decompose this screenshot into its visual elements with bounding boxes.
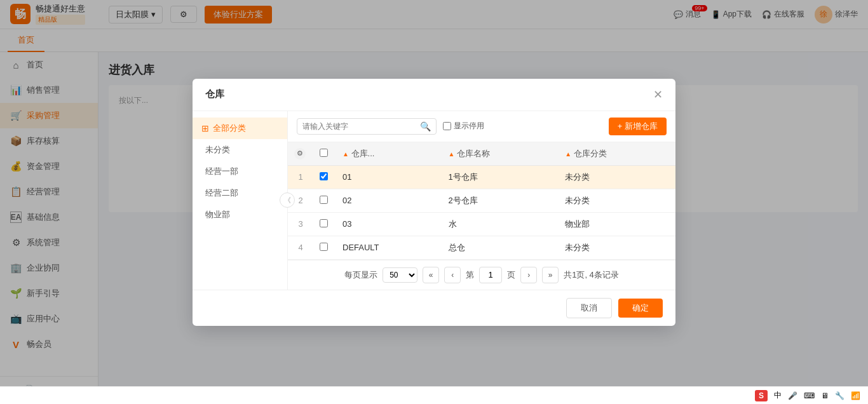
sort-icon: ▲ [449, 151, 455, 158]
last-page-button[interactable]: » [542, 267, 559, 283]
row-code: 02 [336, 189, 442, 212]
show-disabled-text: 显示停用 [454, 121, 484, 131]
keyboard-icon[interactable]: ⌨ [804, 391, 815, 400]
signal-icon[interactable]: 📶 [851, 391, 860, 400]
total-info: 共1页, 4条记录 [564, 269, 619, 281]
row-checkbox[interactable] [320, 172, 328, 180]
first-page-button[interactable]: « [423, 267, 439, 283]
col-name: ▲ 仓库名称 [442, 142, 559, 166]
category-all-label: 全部分类 [213, 123, 246, 134]
table-row[interactable]: 3 03 水 物业部 [288, 212, 675, 236]
category-item-dept2[interactable]: 经营二部 [193, 182, 287, 204]
col-category: ▲ 仓库分类 [559, 142, 675, 166]
table-toolbar: 🔍 显示停用 + 新增仓库 [288, 111, 675, 142]
row-checkbox[interactable] [320, 219, 328, 227]
modal-header: 仓库 ✕ [193, 79, 675, 111]
category-all[interactable]: ⊞ 全部分类 [193, 118, 287, 139]
category-item-dept1[interactable]: 经营一部 [193, 161, 287, 182]
category-item-unclassified[interactable]: 未分类 [193, 139, 287, 161]
cancel-button[interactable]: 取消 [566, 298, 612, 318]
modal-close-button[interactable]: ✕ [653, 88, 663, 102]
new-warehouse-button[interactable]: + 新增仓库 [609, 118, 667, 135]
grid-icon: ⊞ [201, 123, 209, 133]
show-disabled-checkbox[interactable] [443, 122, 451, 130]
row-category: 未分类 [559, 189, 675, 212]
confirm-button[interactable]: 确定 [618, 299, 663, 318]
row-category: 物业部 [559, 212, 675, 236]
status-logo: S [755, 390, 768, 401]
row-checkbox-cell [313, 189, 336, 212]
per-page-select[interactable]: 50 10 20 100 [383, 267, 417, 283]
modal-body: ⊞ 全部分类 未分类 经营一部 经营二部 物业部 《 🔍 [193, 111, 675, 290]
row-num: 1 [288, 165, 313, 189]
category-panel: ⊞ 全部分类 未分类 经营一部 经营二部 物业部 《 [193, 111, 288, 290]
row-checkbox[interactable] [320, 243, 328, 251]
row-name: 水 [442, 212, 559, 236]
page-suffix: 页 [507, 269, 515, 281]
row-code: DEFAULT [336, 236, 442, 259]
page-number-input[interactable] [479, 267, 502, 283]
next-page-button[interactable]: › [520, 267, 537, 283]
modal-title: 仓库 [205, 88, 224, 100]
warehouse-table: ⚙ ▲ 仓库... ▲ [288, 142, 675, 260]
category-item-property[interactable]: 物业部 [193, 204, 287, 226]
row-code: 03 [336, 212, 442, 236]
gear-icon[interactable]: ⚙ [294, 148, 306, 159]
row-name: 总仓 [442, 236, 559, 259]
row-name: 1号仓库 [442, 165, 559, 189]
row-category: 未分类 [559, 236, 675, 259]
row-name: 2号仓库 [442, 189, 559, 212]
chinese-input-label[interactable]: 中 [774, 390, 782, 401]
table-row[interactable]: 2 02 2号仓库 未分类 [288, 189, 675, 212]
collapse-panel-button[interactable]: 《 [280, 192, 295, 208]
per-page-label: 每页显示 [344, 269, 377, 281]
col-gear: ⚙ [288, 142, 313, 166]
table-row[interactable]: 1 01 1号仓库 未分类 [288, 165, 675, 189]
sort-icon: ▲ [565, 151, 571, 158]
modal-footer: 取消 确定 [193, 290, 675, 326]
show-disabled-label[interactable]: 显示停用 [443, 121, 484, 131]
pagination: 每页显示 50 10 20 100 « ‹ 第 页 › » 共1页, 4条记录 [288, 260, 675, 290]
search-icon[interactable]: 🔍 [420, 121, 431, 131]
row-checkbox[interactable] [320, 196, 328, 204]
row-code: 01 [336, 165, 442, 189]
row-checkbox-cell [313, 236, 336, 259]
col-checkbox [313, 142, 336, 166]
warehouse-modal: 仓库 ✕ ⊞ 全部分类 未分类 经营一部 经营二部 物业部 《 [193, 79, 675, 326]
search-input[interactable] [302, 122, 420, 131]
row-checkbox-cell [313, 165, 336, 189]
row-num: 4 [288, 236, 313, 259]
page-label: 第 [466, 269, 474, 281]
row-checkbox-cell [313, 212, 336, 236]
modal-overlay: 仓库 ✕ ⊞ 全部分类 未分类 经营一部 经营二部 物业部 《 [0, 0, 868, 404]
row-num: 3 [288, 212, 313, 236]
table-panel: 🔍 显示停用 + 新增仓库 ⚙ [288, 111, 675, 290]
row-category: 未分类 [559, 165, 675, 189]
tools-icon[interactable]: 🔧 [835, 391, 844, 400]
prev-page-button[interactable]: ‹ [444, 267, 461, 283]
search-box: 🔍 [297, 118, 437, 135]
mic-icon[interactable]: 🎤 [788, 391, 797, 400]
table-row[interactable]: 4 DEFAULT 总仓 未分类 [288, 236, 675, 259]
col-code: ▲ 仓库... [336, 142, 442, 166]
select-all-checkbox[interactable] [320, 149, 328, 157]
status-bar: S 中 🎤 ⌨ 🖥 🔧 📶 [0, 386, 868, 404]
monitor-icon[interactable]: 🖥 [821, 391, 829, 400]
sort-icon: ▲ [342, 151, 349, 158]
